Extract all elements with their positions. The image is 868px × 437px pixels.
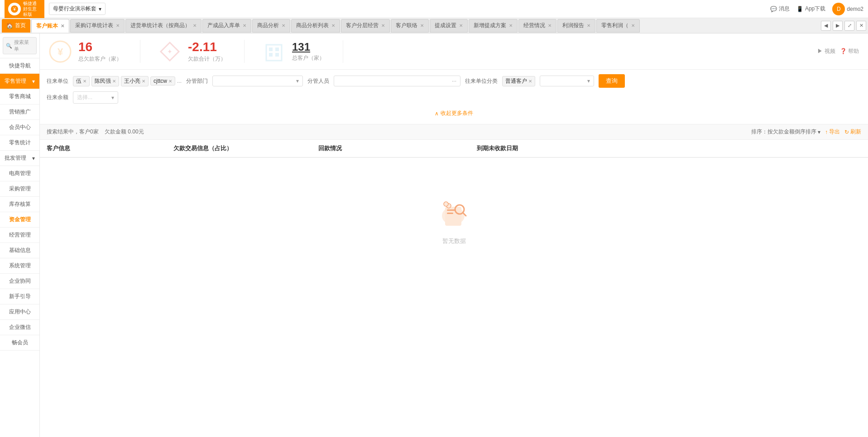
building-icon: [263, 40, 285, 63]
content-area: ¥ 16 总欠款客户（家） ✦ -2.11 欠款合计: [40, 33, 868, 437]
svg-text:¥: ¥: [13, 7, 16, 12]
sidebar-item-marketing[interactable]: 营销推广: [0, 104, 39, 120]
sidebar-item-basic-info[interactable]: 基础信息: [0, 243, 39, 258]
unit-class-dropdown[interactable]: ▾: [540, 76, 594, 86]
tab-next-button[interactable]: ▶: [833, 21, 843, 31]
empty-state: 暂无数据: [40, 158, 868, 281]
sidebar-item-enterprise[interactable]: 企业协同: [0, 274, 39, 289]
tab-production[interactable]: 产成品入库单 ✕: [202, 19, 251, 33]
close-icon[interactable]: ✕: [587, 23, 590, 28]
tag-close-wu[interactable]: ✕: [83, 79, 86, 84]
close-icon[interactable]: ✕: [61, 24, 64, 28]
tab-customer-contact[interactable]: 客户联络 ✕: [391, 19, 429, 33]
tag-close-wang[interactable]: ✕: [142, 79, 145, 84]
user-avatar[interactable]: D demo2: [832, 3, 863, 15]
table-area: 客户信息 欠款交易信息（占比） 回款情况 到期未收款日期: [40, 140, 868, 437]
tab-add-commission[interactable]: 新增提成方案 ✕: [469, 19, 518, 33]
chevron-icon: ▾: [32, 78, 35, 85]
tab-product-analysis[interactable]: 商品分析 ✕: [252, 19, 290, 33]
results-bar-right: 排序：按欠款金额倒序排序 ▾ ↑ 导出 ↻ 刷新: [751, 128, 861, 136]
sidebar-item-finance[interactable]: 资金管理: [0, 212, 39, 228]
sidebar-item-retail-mall[interactable]: 零售商城: [0, 89, 39, 104]
tab-fullscreen-button[interactable]: ⤢: [844, 21, 854, 31]
tab-menu-button[interactable]: ✕: [856, 21, 866, 31]
tag-close-cjttcw[interactable]: ✕: [168, 79, 172, 84]
help-button[interactable]: ❓ 帮助: [840, 48, 859, 55]
sidebar-item-purchase[interactable]: 采购管理: [0, 181, 39, 197]
sidebar-item-quick-nav[interactable]: 快捷导航: [0, 58, 39, 74]
video-help-button[interactable]: ▶ 视频: [817, 48, 835, 55]
chevron-icon: ▾: [32, 155, 35, 162]
tab-commission-setting[interactable]: 提成设置 ✕: [430, 19, 468, 33]
sidebar-item-app-center[interactable]: 应用中心: [0, 304, 39, 320]
sort-button[interactable]: 排序：按欠款金额倒序排序 ▾: [751, 128, 820, 136]
unit-class-tags: 普通客户 ✕: [502, 76, 535, 86]
sidebar-item-wechat[interactable]: 企业微信: [0, 320, 39, 335]
tag-close-chen[interactable]: ✕: [112, 79, 116, 84]
tab-stock-stats[interactable]: 进货单统计表（按商品） ✕: [125, 19, 201, 33]
tab-prev-button[interactable]: ◀: [821, 21, 831, 31]
message-button[interactable]: 💬 消息: [770, 5, 790, 13]
close-icon[interactable]: ✕: [509, 23, 513, 28]
sidebar-item-member[interactable]: 会员中心: [0, 120, 39, 135]
sidebar-item-member2[interactable]: 畅会员: [0, 335, 39, 351]
tab-customer-layer[interactable]: 客户分层经营 ✕: [341, 19, 390, 33]
balance-dropdown[interactable]: 选择... ▾: [73, 91, 118, 104]
tab-bar: 🏠 首页 客户账本 ✕ 采购订单统计表 ✕ 进货单统计表（按商品） ✕ 产成品入…: [0, 18, 868, 33]
more-tags-button[interactable]: ...: [177, 78, 182, 84]
search-menu-button[interactable]: 🔍 搜索菜单: [3, 37, 37, 54]
account-selector[interactable]: 母婴行业演示帐套 ▾: [49, 3, 106, 15]
sidebar-search-area: 🔍 搜索菜单: [0, 33, 39, 58]
close-icon[interactable]: ✕: [459, 23, 463, 28]
close-icon[interactable]: ✕: [243, 23, 246, 28]
tab-customer-ledger[interactable]: 客户账本 ✕: [31, 19, 69, 33]
sidebar: 🔍 搜索菜单 快捷导航 零售管理 ▾ 零售商城 营销推广 会员中心 零售统计 批…: [0, 33, 40, 437]
logo-icon: ¥: [8, 3, 21, 15]
avatar: D: [832, 3, 845, 15]
message-icon: 💬: [770, 6, 777, 12]
app-download-button[interactable]: 📱 App下载: [796, 5, 825, 13]
sidebar-item-inventory[interactable]: 库存核算: [0, 197, 39, 212]
sidebar-item-wholesale[interactable]: 批发管理 ▾: [0, 151, 39, 166]
svg-rect-6: [266, 45, 282, 61]
svg-text:✦: ✦: [167, 48, 173, 55]
close-icon[interactable]: ✕: [193, 23, 197, 28]
sidebar-item-operation[interactable]: 经营管理: [0, 228, 39, 243]
search-icon: 🔍: [6, 43, 12, 49]
refresh-button[interactable]: ↻ 刷新: [844, 128, 861, 136]
export-button[interactable]: ↑ 导出: [825, 128, 840, 136]
dept-dropdown[interactable]: ▾: [212, 76, 303, 86]
filter-row-1: 往来单位 伍 ✕ 陈民强 ✕ 王小亮 ✕ cjttcw: [47, 74, 861, 88]
person-dropdown[interactable]: ···: [334, 76, 460, 86]
tag-close-normal[interactable]: ✕: [528, 79, 532, 84]
col-header-due: 到期未收款日期: [477, 144, 861, 152]
close-icon[interactable]: ✕: [381, 23, 385, 28]
sidebar-item-retail[interactable]: 零售管理 ▾: [0, 74, 39, 89]
logo-text: 畅捷通好生意 标版: [23, 1, 41, 17]
tag-wu: 伍 ✕: [73, 76, 90, 86]
empty-text: 暂无数据: [442, 237, 466, 245]
close-icon[interactable]: ✕: [331, 23, 335, 28]
close-icon[interactable]: ✕: [548, 23, 551, 28]
tab-product-analysis-list[interactable]: 商品分析列表 ✕: [291, 19, 340, 33]
tab-purchase-order[interactable]: 采购订单统计表 ✕: [70, 19, 125, 33]
close-icon[interactable]: ✕: [420, 23, 424, 28]
play-icon: ▶: [817, 48, 823, 54]
stat-info-clients: 131 总客户（家）: [292, 41, 325, 62]
sidebar-item-retail-stats[interactable]: 零售统计: [0, 135, 39, 151]
tab-home[interactable]: 🏠 首页: [2, 19, 30, 33]
close-icon[interactable]: ✕: [631, 23, 635, 28]
sidebar-item-ecommerce[interactable]: 电商管理: [0, 166, 39, 181]
stat-total-debt: ✦ -2.11 欠款合计（万）: [140, 40, 245, 63]
main-layout: 🔍 搜索菜单 快捷导航 零售管理 ▾ 零售商城 营销推广 会员中心 零售统计 批…: [0, 33, 868, 437]
close-icon[interactable]: ✕: [282, 23, 285, 28]
tab-retail-profit[interactable]: 零售利润（ ✕: [596, 19, 640, 33]
svg-rect-7: [269, 48, 273, 51]
close-icon[interactable]: ✕: [116, 23, 120, 28]
sidebar-item-guide[interactable]: 新手引导: [0, 289, 39, 304]
sidebar-item-system[interactable]: 系统管理: [0, 258, 39, 274]
query-button[interactable]: 查询: [599, 74, 625, 88]
tab-profit-report[interactable]: 利润报告 ✕: [557, 19, 595, 33]
collapse-button[interactable]: ∧ 收起更多条件: [435, 107, 473, 119]
tab-operation[interactable]: 经营情况 ✕: [518, 19, 556, 33]
